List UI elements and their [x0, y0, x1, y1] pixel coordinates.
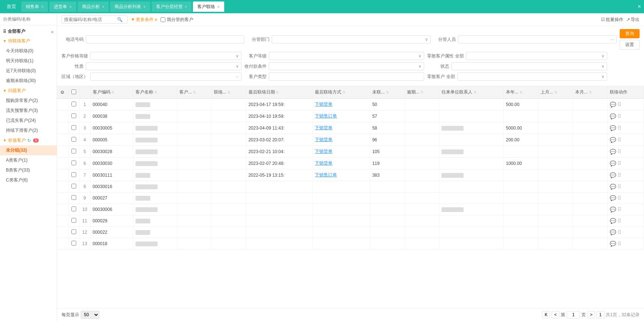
- my-customers-checkbox[interactable]: [161, 17, 165, 22]
- more-action-icon[interactable]: ⠿: [617, 172, 621, 178]
- more-action-icon[interactable]: ⠿: [617, 241, 621, 247]
- contact-icon[interactable]: 💬: [610, 184, 616, 190]
- sidebar-item-tomorrow[interactable]: 明天待联络(1): [0, 56, 57, 66]
- tab-customer-contact[interactable]: 客户联络 ×: [193, 1, 224, 12]
- close-purchase-tab[interactable]: ×: [69, 4, 71, 9]
- last-contact-way-link[interactable]: 下销货单: [315, 137, 332, 142]
- checkbox-cell[interactable]: [68, 227, 79, 238]
- last-contact-way-link[interactable]: 下销货单: [315, 125, 332, 130]
- checkbox-col-header[interactable]: [68, 86, 79, 99]
- last-page-btn[interactable]: 1: [597, 311, 604, 318]
- retail-cust-select[interactable]: ∨: [457, 73, 607, 81]
- name-col-header[interactable]: 客户名称: [133, 86, 177, 99]
- this-month-col-header[interactable]: 本月...: [573, 86, 607, 99]
- main-search-input[interactable]: [64, 17, 116, 22]
- checkbox-cell[interactable]: [68, 122, 79, 134]
- first-page-btn[interactable]: K: [542, 311, 550, 318]
- sidebar-item-b-class[interactable]: B类客户(33): [0, 165, 57, 175]
- row-checkbox[interactable]: [71, 102, 76, 106]
- search-icon[interactable]: 🔍: [117, 17, 123, 22]
- code-col-header[interactable]: 客户编码: [90, 86, 133, 99]
- contact-col-header[interactable]: 联络...: [211, 86, 246, 99]
- custtype-col-header[interactable]: 客户...: [177, 86, 211, 99]
- row-checkbox[interactable]: [71, 195, 76, 200]
- batch-op-btn[interactable]: ☑ 批量操作: [601, 17, 623, 23]
- cust-grade-select[interactable]: ∨: [269, 52, 425, 60]
- checkbox-cell[interactable]: [68, 99, 79, 110]
- checkbox-cell[interactable]: [68, 204, 79, 215]
- tab-customer-tier[interactable]: 客户分层经营 ×: [152, 1, 191, 12]
- home-tab[interactable]: 首页: [3, 3, 20, 10]
- contact-icon[interactable]: 💬: [610, 102, 616, 107]
- sidebar-item-declining[interactable]: 持续下滑客户(2): [0, 126, 57, 135]
- last-month-col-header[interactable]: 上月...: [538, 86, 573, 99]
- tab-product-analysis-list[interactable]: 商品分析列表 ×: [110, 1, 150, 12]
- more-action-icon[interactable]: ⠿: [617, 160, 621, 166]
- price-grade-select[interactable]: ∨: [90, 52, 242, 60]
- checkbox-cell[interactable]: [68, 146, 79, 158]
- this-year-col-header[interactable]: 本年...: [503, 86, 538, 99]
- close-customer-contact-tab[interactable]: ×: [217, 4, 219, 9]
- prev-page-btn[interactable]: <: [552, 311, 559, 318]
- next-page-btn[interactable]: >: [587, 311, 595, 318]
- overdue-col-header[interactable]: 逾期...: [404, 86, 439, 99]
- refresh-icon[interactable]: ↻: [27, 138, 31, 143]
- close-sales-tab[interactable]: ×: [41, 4, 43, 9]
- row-checkbox[interactable]: [71, 218, 76, 223]
- sidebar-group-problem[interactable]: ▼ 问题客户: [0, 86, 57, 96]
- region-select[interactable]: ···: [90, 73, 242, 81]
- contact-icon[interactable]: 💬: [610, 207, 616, 212]
- sidebar-group-value[interactable]: ▼ 价值客户 ↻ N: [0, 135, 57, 145]
- sidebar-search-input[interactable]: [3, 17, 57, 22]
- checkbox-cell[interactable]: [68, 110, 79, 122]
- row-checkbox[interactable]: [71, 241, 76, 246]
- sidebar-item-churned[interactable]: 已流失客户(24): [0, 116, 57, 126]
- checkbox-cell[interactable]: [68, 215, 79, 227]
- row-checkbox[interactable]: [71, 229, 76, 234]
- close-product-analysis-tab[interactable]: ×: [102, 4, 104, 9]
- unit-contact-col-header[interactable]: 往来单位联系人: [439, 86, 503, 99]
- contact-icon[interactable]: 💬: [610, 160, 616, 166]
- more-action-icon[interactable]: ⠿: [617, 137, 621, 143]
- more-conditions-btn[interactable]: ▼ 更多条件 ∨: [131, 17, 158, 23]
- more-action-icon[interactable]: ⠿: [617, 207, 621, 212]
- sidebar-group-pending[interactable]: ▼ 待联络客户: [0, 36, 57, 46]
- sidebar-item-overdue[interactable]: 逾期未联络(30): [0, 76, 57, 86]
- contact-icon[interactable]: 💬: [610, 149, 616, 155]
- cust-type-input[interactable]: [269, 73, 425, 81]
- my-customers-label[interactable]: 我分管的客户: [161, 17, 193, 23]
- more-action-icon[interactable]: ⠿: [617, 195, 621, 201]
- checkbox-cell[interactable]: [68, 134, 79, 146]
- more-action-icon[interactable]: ⠿: [617, 113, 621, 119]
- row-checkbox[interactable]: [71, 113, 76, 118]
- payment-select[interactable]: ∨: [269, 62, 425, 70]
- sidebar-item-a-class[interactable]: A类客户(1): [0, 155, 57, 165]
- nature-select[interactable]: ∨: [86, 62, 242, 70]
- sidebar-item-c-class[interactable]: C类客户(6): [0, 175, 57, 185]
- reset-button[interactable]: 设置: [620, 40, 640, 50]
- more-action-icon[interactable]: ⠿: [617, 184, 621, 190]
- tab-purchase[interactable]: 进货单 ×: [49, 1, 76, 12]
- page-input[interactable]: [567, 311, 580, 318]
- collapse-btn[interactable]: «: [51, 29, 54, 35]
- row-checkbox[interactable]: [71, 137, 76, 142]
- last-contact-way-link[interactable]: 下销货单: [315, 102, 332, 107]
- dept-select[interactable]: ∨: [272, 35, 430, 43]
- query-button[interactable]: 查询: [620, 29, 640, 38]
- checkbox-cell[interactable]: [68, 158, 79, 169]
- contact-icon[interactable]: 💬: [610, 113, 616, 119]
- export-btn[interactable]: ↗ 导出: [626, 17, 640, 23]
- row-checkbox[interactable]: [71, 207, 76, 211]
- more-action-icon[interactable]: ⠿: [617, 229, 621, 235]
- not-contact-col-header[interactable]: 未联...: [370, 86, 404, 99]
- contact-icon[interactable]: 💬: [610, 137, 616, 143]
- tab-sales[interactable]: 销售单 ×: [21, 1, 48, 12]
- sidebar-item-churn-warning[interactable]: 流失预警客户(3): [0, 106, 57, 116]
- more-action-icon[interactable]: ⠿: [617, 102, 621, 107]
- row-checkbox[interactable]: [71, 160, 76, 165]
- sidebar-item-today[interactable]: 今天待联络(0): [0, 46, 57, 56]
- page-size-select[interactable]: 50 20 100: [81, 311, 99, 319]
- checkbox-cell[interactable]: [68, 169, 79, 181]
- row-checkbox[interactable]: [71, 125, 76, 130]
- select-all-checkbox[interactable]: [71, 89, 76, 94]
